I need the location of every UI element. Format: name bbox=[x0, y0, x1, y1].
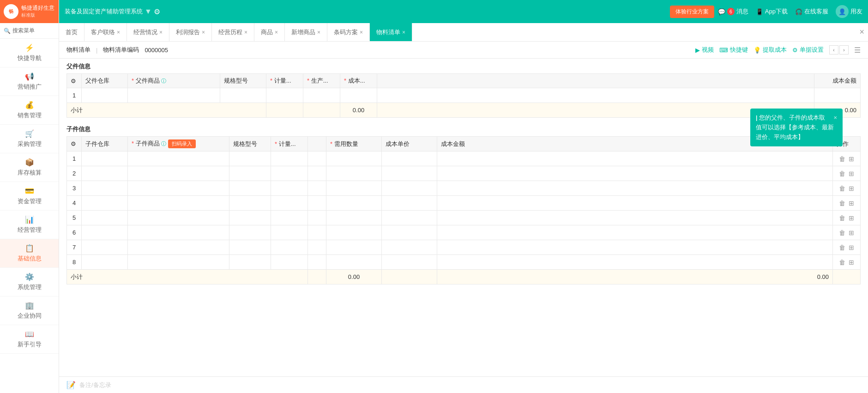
parent-warehouse-cell[interactable] bbox=[82, 88, 128, 103]
pag-prev-btn[interactable]: ‹ bbox=[829, 45, 838, 54]
action-settings[interactable]: ⚙ 单据设置 bbox=[792, 46, 824, 54]
tab-barcode-close[interactable]: × bbox=[360, 29, 363, 36]
child-unit-cell[interactable] bbox=[271, 166, 308, 181]
child-warehouse-cell[interactable] bbox=[82, 181, 128, 196]
delete-icon[interactable]: 🗑 bbox=[839, 214, 845, 222]
child-quantity-cell[interactable] bbox=[326, 196, 382, 211]
child-quantity-cell[interactable] bbox=[326, 151, 382, 166]
sidebar-item-purchase[interactable]: 🛒 采购管理 bbox=[0, 125, 59, 153]
child-spec-cell[interactable] bbox=[229, 225, 271, 240]
child-product-cell[interactable] bbox=[128, 151, 229, 166]
sidebar-item-inventory[interactable]: 📦 库存核算 bbox=[0, 153, 59, 182]
copy-icon[interactable]: ⊞ bbox=[849, 244, 854, 251]
copy-icon[interactable]: ⊞ bbox=[849, 170, 854, 177]
child-unit-cost-cell[interactable] bbox=[382, 240, 437, 255]
app-download-item[interactable]: 📱 App下载 bbox=[756, 7, 788, 16]
tab-barcode[interactable]: 条码方案 × bbox=[327, 23, 370, 42]
tab-operations-close[interactable]: × bbox=[159, 29, 163, 36]
child-warehouse-cell[interactable] bbox=[82, 225, 128, 240]
delete-icon[interactable]: 🗑 bbox=[839, 155, 845, 163]
note-placeholder[interactable]: 备注/备忘录 bbox=[79, 381, 111, 389]
action-view[interactable]: ▶ 视频 bbox=[695, 46, 714, 54]
sidebar-item-enterprise[interactable]: 🏢 企业协同 bbox=[0, 296, 59, 325]
child-unit-cell[interactable] bbox=[271, 225, 308, 240]
copy-icon[interactable]: ⊞ bbox=[849, 259, 854, 266]
delete-icon[interactable]: 🗑 bbox=[839, 185, 845, 192]
tab-home[interactable]: 首页 bbox=[59, 23, 84, 42]
child-warehouse-cell[interactable] bbox=[82, 166, 128, 181]
delete-icon[interactable]: 🗑 bbox=[839, 200, 845, 207]
copy-icon[interactable]: ⊞ bbox=[849, 229, 854, 236]
delete-icon[interactable]: 🗑 bbox=[839, 259, 845, 266]
sidebar-search[interactable]: 🔍 搜索菜单 bbox=[0, 23, 59, 39]
parent-spec-cell[interactable] bbox=[220, 88, 266, 103]
delete-icon[interactable]: 🗑 bbox=[839, 170, 845, 177]
child-spec-cell[interactable] bbox=[229, 211, 271, 225]
child-unit-cost-cell[interactable] bbox=[382, 151, 437, 166]
copy-icon[interactable]: ⊞ bbox=[849, 185, 854, 192]
parent-cost-cell[interactable] bbox=[340, 88, 377, 103]
child-product-cell[interactable] bbox=[128, 166, 229, 181]
child-spec-cell[interactable] bbox=[229, 181, 271, 196]
child-quantity-cell[interactable] bbox=[326, 225, 382, 240]
tab-profit[interactable]: 利润报告 × bbox=[169, 23, 212, 42]
tab-bom-close[interactable]: × bbox=[402, 29, 405, 36]
child-warehouse-cell[interactable] bbox=[82, 211, 128, 225]
child-warehouse-cell[interactable] bbox=[82, 255, 128, 270]
tab-customer-close[interactable]: × bbox=[117, 29, 120, 36]
child-warehouse-cell[interactable] bbox=[82, 196, 128, 211]
child-unit-cost-cell[interactable] bbox=[382, 255, 437, 270]
child-product-cell[interactable] bbox=[128, 196, 229, 211]
action-cost[interactable]: 💡 提取成本 bbox=[753, 46, 787, 54]
child-unit-cell[interactable] bbox=[271, 240, 308, 255]
parent-product-cell[interactable] bbox=[128, 88, 220, 103]
tab-new-goods[interactable]: 新增商品 × bbox=[285, 23, 327, 42]
child-spec-cell[interactable] bbox=[229, 166, 271, 181]
child-spec-cell[interactable] bbox=[229, 240, 271, 255]
pag-next-btn[interactable]: › bbox=[839, 45, 849, 54]
sidebar-item-system[interactable]: ⚙️ 系统管理 bbox=[0, 268, 59, 296]
tab-bom[interactable]: 物料清单 × bbox=[370, 23, 412, 42]
child-product-cell[interactable] bbox=[128, 211, 229, 225]
sidebar-item-quick-nav[interactable]: ⚡ 快捷导航 bbox=[0, 39, 59, 67]
scan-button[interactable]: 扫码录入 bbox=[168, 139, 196, 148]
copy-icon[interactable]: ⊞ bbox=[849, 155, 854, 163]
topbar-dropdown-arrow[interactable]: ▼ bbox=[145, 7, 152, 16]
child-unit-cost-cell[interactable] bbox=[382, 166, 437, 181]
child-unit-cell[interactable] bbox=[271, 151, 308, 166]
child-quantity-cell[interactable] bbox=[326, 255, 382, 270]
child-product-cell[interactable] bbox=[128, 240, 229, 255]
try-btn[interactable]: 体验行业方案 bbox=[670, 6, 714, 18]
child-product-cell[interactable] bbox=[128, 225, 229, 240]
child-warehouse-cell[interactable] bbox=[82, 240, 128, 255]
tab-history[interactable]: 经营历程 × bbox=[212, 23, 254, 42]
tab-profit-close[interactable]: × bbox=[202, 29, 205, 36]
tab-new-goods-close[interactable]: × bbox=[317, 29, 320, 36]
tab-history-close[interactable]: × bbox=[244, 29, 247, 36]
sidebar-item-marketing[interactable]: 📢 营销推广 bbox=[0, 67, 59, 96]
delete-icon[interactable]: 🗑 bbox=[839, 244, 845, 251]
child-unit-cost-cell[interactable] bbox=[382, 181, 437, 196]
delete-icon[interactable]: 🗑 bbox=[839, 229, 845, 236]
child-spec-cell[interactable] bbox=[229, 151, 271, 166]
child-quantity-cell[interactable] bbox=[326, 211, 382, 225]
tab-close-all[interactable]: × bbox=[859, 27, 864, 37]
tab-customer[interactable]: 客户联络 × bbox=[84, 23, 127, 42]
child-unit-cell[interactable] bbox=[271, 211, 308, 225]
copy-icon[interactable]: ⊞ bbox=[849, 214, 854, 222]
sidebar-item-operations[interactable]: 📊 经营管理 bbox=[0, 211, 59, 239]
sidebar-item-sales[interactable]: 💰 销售管理 bbox=[0, 96, 59, 125]
tooltip-close-btn[interactable]: × bbox=[833, 113, 837, 123]
copy-icon[interactable]: ⊞ bbox=[849, 200, 854, 207]
online-service-item[interactable]: 🎧 在线客服 bbox=[795, 7, 828, 16]
child-unit-cost-cell[interactable] bbox=[382, 196, 437, 211]
user-item[interactable]: 👤 用友 bbox=[836, 5, 862, 18]
child-quantity-cell[interactable] bbox=[326, 181, 382, 196]
child-unit-cell[interactable] bbox=[271, 196, 308, 211]
child-product-cell[interactable] bbox=[128, 255, 229, 270]
action-shortcut[interactable]: ⌨ 快捷键 bbox=[719, 46, 748, 54]
child-unit-cell[interactable] bbox=[271, 181, 308, 196]
child-warehouse-cell[interactable] bbox=[82, 151, 128, 166]
sidebar-item-guide[interactable]: 📖 新手引导 bbox=[0, 325, 59, 354]
child-quantity-cell[interactable] bbox=[326, 240, 382, 255]
